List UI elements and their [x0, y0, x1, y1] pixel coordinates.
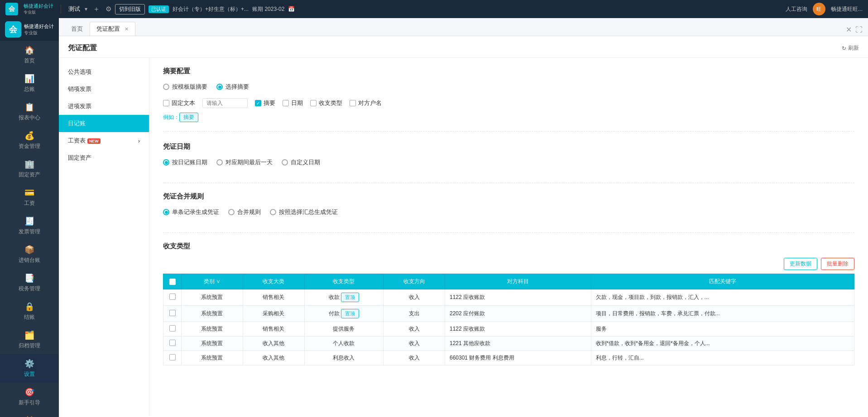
- radio-select-circle: [216, 84, 223, 90]
- new-badge: NEW: [87, 138, 101, 144]
- table-row: 系统预置 销售相关 收款 置顶 收入 1122 应收账款 欠款，现金，项目款，到…: [163, 289, 854, 306]
- th-checkbox[interactable]: ✓: [163, 274, 182, 289]
- row-checkbox-4[interactable]: [163, 351, 182, 365]
- header-checkbox[interactable]: ✓: [169, 279, 176, 285]
- sidebar-item-settings[interactable]: ⚙️设置: [0, 354, 59, 383]
- left-panel-item-journal[interactable]: 日记账: [59, 115, 149, 132]
- expand-icon[interactable]: ⛶: [855, 26, 863, 34]
- date-radio-last[interactable]: 对应期间最后一天: [216, 158, 273, 166]
- left-panel-item-purchase-invoice[interactable]: 进项发票: [59, 98, 149, 115]
- reset-btn-0[interactable]: 置顶: [341, 293, 359, 302]
- date-radio-custom[interactable]: 自定义日期: [282, 158, 320, 166]
- chevron-down-icon[interactable]: ▾: [85, 6, 87, 12]
- plus-icon[interactable]: ＋: [93, 5, 100, 14]
- merge-radio-single[interactable]: 单条记录生成凭证: [163, 208, 219, 216]
- merge-radio-rule[interactable]: 合并规则: [228, 208, 261, 216]
- sidebar-item-home[interactable]: 🏠首页: [0, 41, 59, 69]
- row-account-1: 2202 应付账款: [445, 306, 591, 322]
- row-keywords-4: 利息，行转，汇自...: [591, 351, 854, 365]
- app-logo: 会: [5, 3, 18, 15]
- left-panel-item-public[interactable]: 公共选项: [59, 63, 149, 81]
- refresh-btn[interactable]: ↻ 刷新: [842, 44, 859, 52]
- sidebar-items-container: 🏠首页📊总账📋报表中心💰资金管理🏢固定资产💳工资🧾发票管理📦进销台账📑税务管理🔒…: [0, 41, 59, 417]
- summary-radio-template[interactable]: 按模板版摘要: [163, 83, 207, 91]
- row-direction-4: 收入: [384, 351, 445, 365]
- sidebar-item-report[interactable]: 📋报表中心: [0, 98, 59, 126]
- table-header-row: ✓ 类别 ∨ 收支大类 收支类型 收支方向 对方科目 匹配关键字: [163, 274, 854, 289]
- sidebar-item-archive[interactable]: 🗂️归档管理: [0, 326, 59, 354]
- row-keywords-1: 项目，日常费用，报销款，车费，承兑汇票，付款...: [591, 306, 854, 322]
- sidebar-label-asset: 固定资产: [19, 171, 40, 179]
- row-checkbox-3[interactable]: [163, 336, 182, 351]
- counterpart-checkbox[interactable]: 对方户名: [350, 99, 382, 107]
- sidebar-item-salary[interactable]: 💳工资: [0, 183, 59, 212]
- ledger-icon: 📊: [24, 74, 34, 84]
- date-checkbox[interactable]: 日期: [283, 99, 303, 107]
- summary-radio-select[interactable]: 选择摘要: [216, 83, 249, 91]
- merge-radio-summary[interactable]: 按照选择汇总生成凭证: [270, 208, 338, 216]
- date-radio-journal[interactable]: 按日记账日期: [163, 158, 207, 166]
- sidebar-item-ledger[interactable]: 📊总账: [0, 69, 59, 98]
- page-content: 凭证配置 ↻ 刷新 公共选项 销项发票 进项发票 日记账 工资表 NEW ›: [59, 36, 868, 417]
- income-type-box: [310, 100, 317, 106]
- sidebar-label-tax: 税务管理: [19, 285, 40, 293]
- sidebar-item-invoice_mgr[interactable]: 🧾发票管理: [0, 212, 59, 240]
- tab-home[interactable]: 首页: [64, 22, 90, 36]
- th-keywords: 匹配关键字: [591, 274, 854, 289]
- certified-badge: 已认证: [149, 5, 169, 13]
- gear-icon[interactable]: ⚙: [106, 5, 111, 13]
- tab-right-actions: ✕ ⛶: [846, 25, 863, 36]
- left-panel-item-sales-invoice[interactable]: 销项发票: [59, 81, 149, 98]
- row-check-4[interactable]: [169, 354, 176, 360]
- sidebar: 会 畅捷通好会计 专业版 🏠首页📊总账📋报表中心💰资金管理🏢固定资产💳工资🧾发票…: [0, 18, 59, 417]
- sidebar-label-close: 结账: [24, 313, 35, 321]
- left-panel-item-salary[interactable]: 工资表 NEW ›: [59, 132, 149, 149]
- sidebar-item-fund[interactable]: 💰资金管理: [0, 126, 59, 155]
- close-window-icon[interactable]: ✕: [846, 25, 852, 34]
- sidebar-item-purchase[interactable]: 📦进销台账: [0, 240, 59, 269]
- reset-btn-1[interactable]: 置顶: [341, 309, 359, 318]
- tax-icon: 📑: [24, 273, 34, 283]
- switch-old-btn[interactable]: 切到旧版: [115, 4, 145, 14]
- tab-close-icon[interactable]: ✕: [125, 26, 129, 32]
- row-checkbox-0[interactable]: [163, 289, 182, 306]
- radio-journal-circle: [163, 159, 169, 166]
- sidebar-label-ledger: 总账: [24, 85, 35, 93]
- radio-template-circle: [163, 84, 169, 90]
- sidebar-item-asset[interactable]: 🏢固定资产: [0, 155, 59, 183]
- row-check-0[interactable]: [169, 294, 176, 300]
- summary-section-title: 摘要配置: [163, 67, 854, 76]
- summary-checkbox[interactable]: ✓ 摘要: [255, 99, 275, 107]
- sidebar-logo: 会 畅捷通好会计 专业版: [0, 18, 59, 41]
- top-bar-right: 人工咨询 旺 畅捷通旺旺...: [786, 3, 863, 15]
- sidebar-item-guide[interactable]: 🎯新手引导: [0, 383, 59, 411]
- tab-voucher-config[interactable]: 凭证配置 ✕: [90, 22, 135, 36]
- income-type-checkbox[interactable]: 收支类型: [310, 99, 342, 107]
- row-big-type-1: 采购相关: [243, 306, 304, 322]
- radio-rule-circle: [228, 209, 235, 215]
- batch-delete-btn[interactable]: 批量删除: [821, 258, 854, 270]
- sidebar-item-tax[interactable]: 📑税务管理: [0, 269, 59, 297]
- consult-label[interactable]: 人工咨询: [786, 5, 807, 13]
- sidebar-item-member[interactable]: 👑畅会员: [0, 411, 59, 417]
- left-panel-item-fixed-asset[interactable]: 固定资产: [59, 149, 149, 166]
- purchase-icon: 📦: [24, 245, 34, 255]
- sidebar-label-fund: 资金管理: [19, 142, 40, 150]
- row-check-1[interactable]: [169, 310, 176, 316]
- user-avatar[interactable]: 旺: [813, 3, 825, 15]
- fixed-text-checkbox[interactable]: 固定文本: [163, 99, 195, 107]
- table-row: 系统预置 采购相关 付款 置顶 支出 2202 应付账款 项目，日常费用，报销款…: [163, 306, 854, 322]
- sidebar-label-guide: 新手引导: [19, 399, 40, 407]
- report-icon: 📋: [24, 102, 34, 112]
- row-checkbox-2[interactable]: [163, 322, 182, 336]
- update-data-btn[interactable]: 更新数据: [784, 258, 817, 270]
- counterpart-box: [350, 100, 356, 106]
- th-category: 类别 ∨: [182, 274, 243, 289]
- row-type-4: 利息收入: [304, 351, 383, 365]
- row-check-2[interactable]: [169, 325, 176, 332]
- row-checkbox-1[interactable]: [163, 306, 182, 322]
- sidebar-item-close[interactable]: 🔒结账: [0, 297, 59, 326]
- summary-box: ✓: [255, 100, 261, 106]
- fixed-text-input[interactable]: [202, 98, 248, 108]
- row-check-3[interactable]: [169, 340, 176, 346]
